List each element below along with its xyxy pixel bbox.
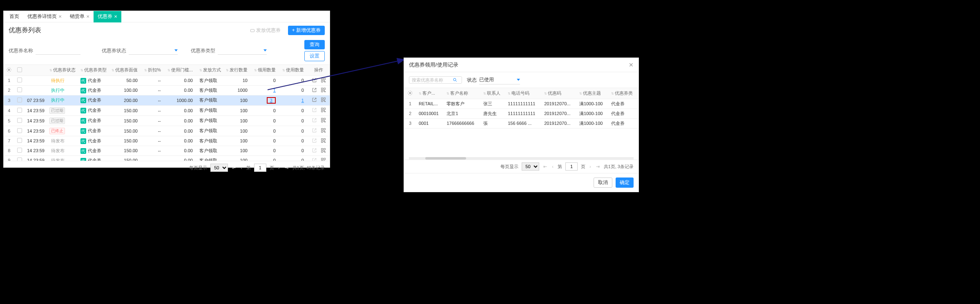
share-icon[interactable]	[312, 118, 317, 123]
table-row[interactable]: 3 0001 17666666666 張 156 6666 ... 201912…	[404, 118, 638, 128]
col-coupon-type[interactable]: ⇅优惠券类	[609, 88, 638, 99]
share-icon[interactable]	[312, 97, 317, 102]
qrcode-icon[interactable]	[321, 138, 326, 143]
gear-icon[interactable]	[6, 67, 12, 73]
select-all-checkbox[interactable]	[17, 67, 22, 72]
coupon-status-select[interactable]	[129, 47, 178, 55]
qrcode-icon[interactable]	[321, 87, 326, 93]
add-coupon-button[interactable]: 新增优惠券	[288, 26, 325, 35]
tab-home[interactable]: 首页	[5, 11, 23, 22]
table-row[interactable]: 8 14 23:59 待发布 代代金券 150.00 -- 0.00 客户领取 …	[4, 146, 330, 155]
qrcode-icon[interactable]	[321, 107, 326, 113]
row-checkbox[interactable]	[17, 108, 22, 113]
row-checkbox[interactable]	[17, 118, 22, 123]
col-phone[interactable]: ⇅电话号码	[505, 88, 542, 99]
coupon-type-select[interactable]	[218, 47, 267, 55]
next-page-button[interactable]: ›	[277, 165, 281, 170]
tab-sales-order[interactable]: 销货单✕	[66, 11, 94, 22]
table-row[interactable]: 6 14 23:59 已终止 代代金券 150.00 -- 0.00 客户领取 …	[4, 126, 330, 136]
table-row[interactable]: 4 14 23:59 已过期 代代金券 150.00 -- 0.00 客户领取 …	[4, 105, 330, 115]
tab-coupon[interactable]: 优惠券✕	[94, 11, 121, 22]
prev-page-button[interactable]: ‹	[551, 164, 554, 169]
page-input[interactable]	[254, 164, 266, 172]
settings-button[interactable]: 设置	[304, 51, 325, 61]
share-icon[interactable]	[312, 87, 317, 93]
first-page-button[interactable]: ⇤	[231, 165, 237, 171]
row-checkbox[interactable]	[17, 158, 22, 161]
col-distribution[interactable]: ⇅发放方式	[197, 65, 223, 75]
close-icon[interactable]: ✕	[86, 14, 89, 19]
col-used[interactable]: ⇅使用数量	[280, 65, 308, 75]
share-icon[interactable]	[312, 158, 317, 161]
scrollbar-thumb[interactable]	[425, 157, 466, 160]
share-icon[interactable]	[312, 128, 317, 133]
close-icon[interactable]: ✕	[114, 14, 117, 19]
page-input[interactable]	[565, 162, 578, 171]
modal-search-box[interactable]	[409, 76, 462, 84]
last-page-button[interactable]: ⇥	[595, 164, 601, 169]
qrcode-icon[interactable]	[321, 78, 326, 83]
table-row[interactable]: 1 待执行 代代金券 50.00 -- 0.00 客户领取 10 0 0	[4, 75, 330, 85]
col-status[interactable]: ⇅优惠券状态	[47, 65, 78, 75]
col-cust-no[interactable]: ⇅客户...	[416, 88, 444, 99]
table-row[interactable]: 7 14 23:59 待发布 代代金券 150.00 -- 0.00 客户领取 …	[4, 136, 330, 146]
qrcode-icon[interactable]	[321, 158, 326, 161]
col-topic[interactable]: ⇅优惠主题	[577, 88, 609, 99]
col-issued[interactable]: ⇅发行数量	[223, 65, 252, 75]
coupon-name-input[interactable]	[36, 47, 80, 55]
pager-summary: 共1页, 49条记录	[292, 165, 325, 171]
table-row[interactable]: 2 执行中 代代金券 100.00 -- 0.00 客户领取 1000 1 0	[4, 85, 330, 95]
next-page-button[interactable]: ›	[589, 164, 592, 169]
gear-icon[interactable]	[407, 90, 413, 96]
first-page-button[interactable]: ⇤	[542, 164, 548, 169]
coupon-type-cell: 代代金券	[78, 155, 109, 161]
tab-coupon-detail[interactable]: 优惠券详情页✕	[23, 11, 66, 22]
col-cust-name[interactable]: ⇅客户名称	[444, 88, 480, 99]
col-type[interactable]: ⇅优惠券类型	[78, 65, 109, 75]
share-icon[interactable]	[312, 138, 317, 143]
share-icon[interactable]	[312, 107, 317, 113]
type-badge-icon: 代	[80, 158, 86, 161]
used-link[interactable]: 1	[301, 98, 304, 103]
qrcode-icon[interactable]	[321, 128, 326, 133]
col-contact[interactable]: ⇅联系人	[481, 88, 506, 99]
page-size-select[interactable]: 50	[210, 164, 228, 172]
modal-status-select[interactable]: 已使用	[479, 75, 520, 84]
table-row[interactable]: 2 00010001 北京1 唐先生 11111111111 201912070…	[404, 109, 638, 118]
distribute-coupon-button[interactable]: 发放优惠券	[246, 26, 285, 35]
table-row[interactable]: 1 RETAIL... 零散客户 张三 11111111111 20191207…	[404, 99, 638, 109]
cancel-button[interactable]: 取消	[594, 178, 612, 188]
close-icon[interactable]: ✕	[629, 62, 634, 68]
table-row[interactable]: 9 14 23:59 待发布 代代金券 150.00 -- 0.00 客户领取 …	[4, 155, 330, 161]
horizontal-scrollbar[interactable]	[409, 157, 634, 160]
claimed-link[interactable]: 1	[273, 88, 276, 93]
share-icon[interactable]	[312, 78, 317, 83]
query-button[interactable]: 查询	[304, 40, 325, 49]
coupon-type: 代金券	[609, 118, 638, 128]
close-icon[interactable]: ✕	[58, 14, 62, 19]
row-checkbox[interactable]	[17, 148, 22, 153]
col-claimed[interactable]: ⇅领用数量	[252, 65, 280, 75]
share-icon[interactable]	[312, 148, 317, 153]
modal-search-input[interactable]	[412, 78, 453, 82]
col-threshold[interactable]: ⇅使用门槛...	[165, 65, 197, 75]
qrcode-icon[interactable]	[321, 148, 326, 153]
table-row[interactable]: 5 14 23:59 已过期 代代金券 150.00 -- 0.00 客户领取 …	[4, 115, 330, 126]
row-checkbox[interactable]	[17, 128, 22, 133]
qrcode-icon[interactable]	[321, 118, 326, 123]
row-checkbox[interactable]	[17, 87, 22, 92]
claimed-link[interactable]: 3	[270, 98, 272, 103]
row-checkbox[interactable]	[17, 138, 22, 143]
col-discount[interactable]: ⇅折扣%	[142, 65, 165, 75]
row-time	[25, 75, 47, 85]
last-page-button[interactable]: ⇥	[284, 165, 289, 171]
table-row[interactable]: 3 07 23:59 执行中 代代金券 200.00 -- 1000.00 客户…	[4, 95, 330, 105]
qrcode-icon[interactable]	[321, 97, 326, 102]
prev-page-button[interactable]: ‹	[240, 165, 243, 170]
ok-button[interactable]: 确定	[616, 178, 634, 188]
col-face[interactable]: ⇅优惠券面值	[109, 65, 142, 75]
row-checkbox[interactable]	[17, 98, 22, 102]
row-checkbox[interactable]	[17, 78, 22, 82]
page-size-select[interactable]: 50	[522, 162, 539, 171]
col-code[interactable]: ⇅优惠码	[542, 88, 577, 99]
